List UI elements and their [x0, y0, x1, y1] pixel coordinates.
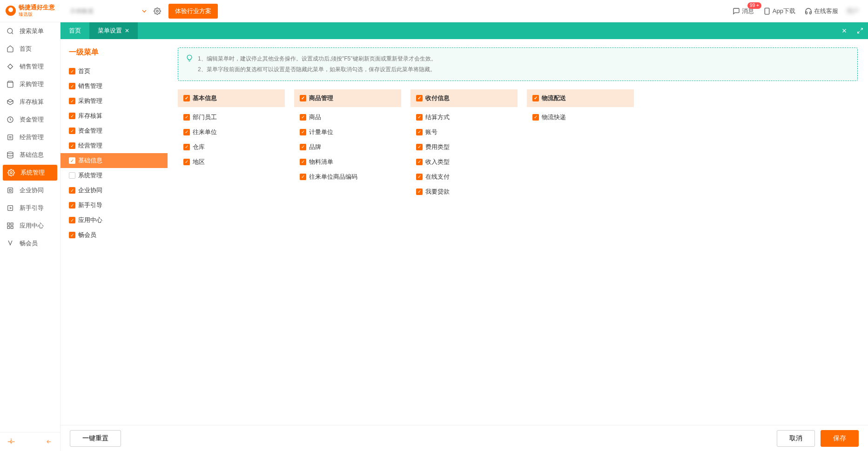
menu-group-item[interactable]: ✓部门员工 — [178, 110, 285, 125]
checkbox-icon[interactable]: ✓ — [183, 144, 190, 150]
chevron-down-icon[interactable] — [141, 7, 148, 15]
checkbox-icon[interactable]: ✓ — [300, 174, 306, 180]
save-button[interactable]: 保存 — [821, 430, 859, 447]
level1-menu-label: 企业协同 — [78, 186, 102, 195]
menu-group-title: 物流配送 — [542, 94, 566, 102]
nav-item-guide[interactable]: 新手引导 — [0, 199, 60, 217]
level1-menu-item[interactable]: ✓经营管理 — [61, 138, 168, 153]
messages-button[interactable]: 消息 99 + — [728, 7, 759, 15]
checkbox-icon[interactable]: ✓ — [300, 159, 306, 165]
checkbox-icon[interactable]: ✓ — [416, 174, 423, 180]
checkbox-icon[interactable]: ✓ — [183, 129, 190, 135]
checkbox-icon[interactable]: ✓ — [416, 144, 423, 150]
level1-menu-label: 畅会员 — [78, 231, 96, 239]
menu-group-item[interactable]: ✓账号 — [410, 125, 518, 140]
menu-group-item[interactable]: ✓往来单位 — [178, 125, 285, 140]
level1-menu-item[interactable]: 系统管理 — [61, 168, 168, 183]
cancel-button[interactable]: 取消 — [777, 430, 815, 447]
checkbox-icon[interactable] — [69, 172, 75, 179]
user-avatar[interactable]: 用户 — [843, 7, 862, 15]
tab[interactable]: 首页 — [61, 22, 89, 39]
tab-close-all-icon[interactable] — [836, 22, 852, 39]
checkbox-icon[interactable]: ✓ — [69, 142, 75, 149]
checkbox-icon[interactable]: ✓ — [69, 232, 75, 238]
nav-item-search[interactable]: 搜索菜单 — [0, 22, 60, 40]
nav-item-home[interactable]: 首页 — [0, 40, 60, 58]
level1-menu-item[interactable]: ✓应用中心 — [61, 213, 168, 228]
nav-item-gear[interactable]: 系统管理 — [3, 165, 57, 181]
level1-menu-item[interactable]: ✓畅会员 — [61, 228, 168, 242]
menu-group-item[interactable]: ✓在线支付 — [410, 169, 518, 184]
menu-group-item[interactable]: ✓收入类型 — [410, 155, 518, 169]
checkbox-icon[interactable]: ✓ — [300, 114, 306, 121]
level1-menu-item[interactable]: ✓新手引导 — [61, 198, 168, 213]
nav-item-wallet[interactable]: 资金管理 — [0, 111, 60, 128]
checkbox-icon[interactable]: ✓ — [300, 129, 306, 135]
menu-group-header[interactable]: ✓基本信息 — [178, 89, 285, 107]
level1-menu-item[interactable]: ✓企业协同 — [61, 183, 168, 198]
checkbox-icon[interactable]: ✓ — [183, 114, 190, 121]
fullscreen-icon[interactable] — [852, 22, 868, 39]
level1-menu-item[interactable]: ✓库存核算 — [61, 108, 168, 123]
menu-group-item[interactable]: ✓地区 — [178, 155, 285, 169]
close-icon[interactable]: ✕ — [125, 27, 129, 34]
menu-group-item[interactable]: ✓物料清单 — [294, 155, 401, 169]
tenant-selector[interactable]: 示例账套 — [66, 5, 141, 17]
level1-menu-item[interactable]: ✓销售管理 — [61, 79, 168, 94]
checkbox-icon[interactable]: ✓ — [416, 188, 423, 195]
menu-group-item[interactable]: ✓结算方式 — [410, 110, 518, 125]
level1-menu-item[interactable]: ✓首页 — [61, 64, 168, 79]
checkbox-icon[interactable]: ✓ — [300, 95, 306, 101]
nav-item-vip[interactable]: 畅会员 — [0, 235, 60, 252]
checkbox-icon[interactable]: ✓ — [416, 129, 423, 135]
level1-menu-item[interactable]: ✓基础信息 — [61, 153, 168, 168]
menu-group-item[interactable]: ✓物流快递 — [527, 110, 634, 125]
checkbox-icon[interactable]: ✓ — [69, 113, 75, 119]
checkbox-icon[interactable]: ✓ — [69, 83, 75, 89]
nav-item-report[interactable]: 经营管理 — [0, 128, 60, 146]
experience-button[interactable]: 体验行业方案 — [168, 4, 218, 19]
checkbox-icon[interactable]: ✓ — [532, 95, 539, 101]
menu-group-header[interactable]: ✓物流配送 — [527, 89, 634, 107]
nav-item-apps[interactable]: 应用中心 — [0, 217, 60, 235]
online-service-button[interactable]: 在线客服 — [800, 7, 843, 15]
tenant-name: 示例账套 — [70, 7, 94, 15]
menu-group-header[interactable]: ✓收付信息 — [410, 89, 518, 107]
menu-group-header[interactable]: ✓商品管理 — [294, 89, 401, 107]
menu-group-item[interactable]: ✓商品 — [294, 110, 401, 125]
nav-item-label: 资金管理 — [20, 115, 44, 124]
checkbox-icon[interactable]: ✓ — [416, 95, 423, 101]
checkbox-icon[interactable]: ✓ — [69, 187, 75, 194]
checkbox-icon[interactable]: ✓ — [416, 114, 423, 121]
nav-item-company[interactable]: 企业协同 — [0, 182, 60, 199]
nav-settings-icon[interactable] — [6, 436, 17, 447]
app-download-button[interactable]: App下载 — [759, 7, 800, 15]
menu-group-item[interactable]: ✓品牌 — [294, 140, 401, 155]
nav-item-tag[interactable]: 销售管理 — [0, 58, 60, 75]
level1-menu-item[interactable]: ✓资金管理 — [61, 123, 168, 138]
menu-group-item[interactable]: ✓费用类型 — [410, 140, 518, 155]
menu-group-item[interactable]: ✓仓库 — [178, 140, 285, 155]
checkbox-icon[interactable]: ✓ — [69, 217, 75, 223]
checkbox-icon[interactable]: ✓ — [69, 202, 75, 209]
reset-button[interactable]: 一键重置 — [70, 430, 121, 447]
checkbox-icon[interactable]: ✓ — [69, 157, 75, 164]
checkbox-icon[interactable]: ✓ — [416, 159, 423, 165]
settings-gear-icon[interactable] — [152, 6, 163, 17]
tab[interactable]: 菜单设置✕ — [89, 22, 138, 39]
checkbox-icon[interactable]: ✓ — [300, 144, 306, 150]
checkbox-icon[interactable]: ✓ — [69, 68, 75, 74]
checkbox-icon[interactable]: ✓ — [183, 159, 190, 165]
nav-item-data[interactable]: 基础信息 — [0, 146, 60, 164]
menu-group-item[interactable]: ✓我要贷款 — [410, 184, 518, 199]
nav-item-box[interactable]: 库存核算 — [0, 93, 60, 111]
checkbox-icon[interactable]: ✓ — [532, 114, 539, 121]
checkbox-icon[interactable]: ✓ — [183, 95, 190, 101]
nav-item-cart[interactable]: 采购管理 — [0, 75, 60, 93]
nav-collapse-icon[interactable] — [43, 436, 54, 447]
checkbox-icon[interactable]: ✓ — [69, 128, 75, 134]
checkbox-icon[interactable]: ✓ — [69, 98, 75, 104]
level1-menu-item[interactable]: ✓采购管理 — [61, 94, 168, 108]
menu-group-item[interactable]: ✓计量单位 — [294, 125, 401, 140]
menu-group-item[interactable]: ✓往来单位商品编码 — [294, 169, 401, 184]
